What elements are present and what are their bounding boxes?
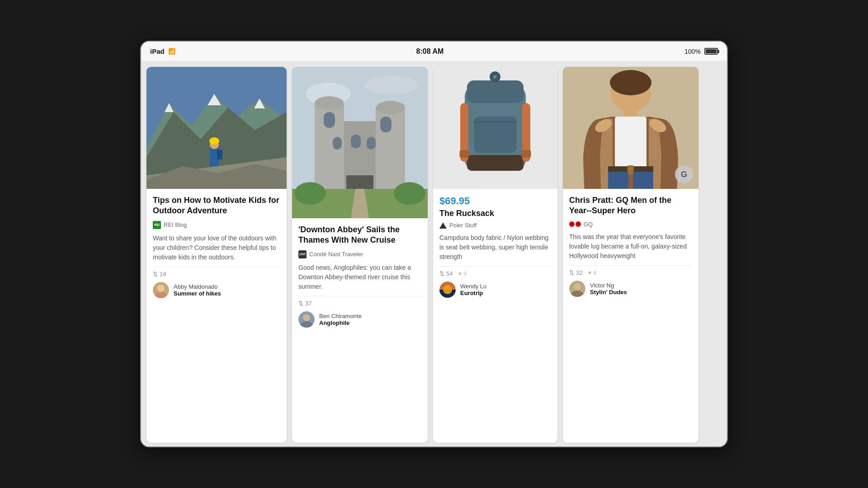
svg-rect-27 [367, 137, 376, 150]
separator-2 [298, 296, 421, 296]
card-body-4: Chris Pratt: GQ Men of the Year--Super H… [563, 189, 698, 303]
user-name-1: Abby Maldonado [174, 283, 221, 290]
svg-point-13 [157, 285, 165, 292]
card-3-source: Poler Stuff [439, 222, 551, 229]
card-image-castle [292, 67, 428, 218]
card-2-user[interactable]: Ben Chiramonte Anglophile [298, 311, 421, 328]
hearts-stat-3: ♥ 4 [458, 270, 467, 277]
battery-percent: 100% [684, 48, 701, 55]
svg-rect-56 [615, 117, 646, 171]
card-3-source-name: Poler Stuff [449, 222, 476, 229]
svg-rect-11 [217, 150, 222, 160]
rei-logo: REI [153, 221, 161, 229]
svg-rect-25 [333, 137, 342, 150]
svg-point-10 [209, 137, 219, 145]
wifi-icon: 📶 [168, 48, 175, 55]
card-gq[interactable]: G Chris Pratt: GQ Men of the Year--Super… [563, 67, 698, 443]
svg-rect-23 [324, 112, 335, 128]
user-avatar-3 [439, 282, 456, 298]
card-3-excerpt: Campdura body fabric / Nylon webbing is … [439, 233, 551, 262]
card-3-user[interactable]: Wendy Lu Eurotrip [439, 282, 551, 298]
card-3-stats: ⇅ 54 ♥ 4 [439, 270, 551, 277]
user-info-4: Victor Ng Stylin' Dudes [590, 282, 627, 296]
reads-icon: ⇅ [153, 271, 158, 277]
card-image-hiking [146, 67, 287, 189]
reads-stat-2: ⇅ 37 [298, 300, 311, 307]
card-1-title: Tips on How to Motivate Kids for Outdoor… [153, 195, 280, 216]
user-name-4: Victor Ng [590, 282, 627, 289]
cnt-logo: CNT [298, 250, 307, 258]
user-name-2: Ben Chiramonte [319, 313, 362, 319]
card-body-1: Tips on How to Motivate Kids for Outdoor… [146, 189, 287, 305]
separator-4 [569, 265, 692, 266]
user-board-3: Eurotrip [460, 290, 486, 296]
card-2-stats: ⇅ 37 [298, 300, 421, 307]
user-info-2: Ben Chiramonte Anglophile [319, 313, 362, 326]
status-bar: iPad 📶 8:08 AM 100% [141, 42, 727, 61]
card-1-source-name: REI Blog [164, 221, 187, 228]
product-name: The Rucksack [439, 209, 551, 218]
separator-3 [439, 266, 551, 267]
product-price: $69.95 [439, 195, 551, 207]
card-2-source-name: Condé Nast Traveler [309, 251, 363, 258]
device-name: iPad [150, 47, 165, 55]
card-1-source: REI REI Blog [153, 221, 280, 229]
svg-rect-60 [633, 172, 653, 189]
separator [153, 267, 280, 267]
card-rucksack[interactable]: P $69.95 The Rucksack Poler Stuff Campdu… [433, 67, 557, 443]
reads-stat: ⇅ 14 [153, 271, 166, 277]
card-4-user[interactable]: Victor Ng Stylin' Dudes [569, 281, 692, 297]
card-image-fashion: G [563, 67, 698, 189]
gq-logo [569, 221, 581, 227]
svg-point-22 [376, 101, 405, 114]
battery-fill [706, 49, 717, 53]
reads-count-3: 54 [446, 270, 453, 277]
card-1-user[interactable]: Abby Maldonado Summer of hikes [153, 282, 280, 298]
card-body-2: 'Downton Abbey' Sails the Thames With Ne… [292, 218, 428, 334]
card-2-source: CNT Condé Nast Traveler [298, 250, 421, 258]
card-4-excerpt: This was the year that everyone's favori… [569, 232, 692, 261]
card-downton[interactable]: 'Downton Abbey' Sails the Thames With Ne… [292, 67, 428, 443]
svg-point-33 [394, 182, 425, 205]
reads-count-2: 37 [305, 300, 311, 307]
card-2-title: 'Downton Abbey' Sails the Thames With Ne… [298, 225, 421, 246]
cards-grid: Tips on How to Motivate Kids for Outdoor… [141, 61, 727, 447]
svg-point-35 [303, 314, 310, 321]
svg-rect-44 [460, 150, 469, 157]
user-info-1: Abby Maldonado Summer of hikes [174, 283, 221, 297]
battery-icon [704, 48, 718, 55]
card-rei-blog[interactable]: Tips on How to Motivate Kids for Outdoor… [146, 67, 287, 443]
status-right: 100% [684, 48, 718, 55]
svg-rect-59 [608, 172, 628, 189]
card-body-3: $69.95 The Rucksack Poler Stuff Campdura… [433, 189, 557, 304]
card-4-source-name: GQ [584, 221, 593, 228]
user-board-2: Anglophile [319, 319, 362, 326]
card-4-title: Chris Pratt: GQ Men of the Year--Super H… [569, 195, 692, 216]
card-image-rucksack: P [433, 67, 557, 189]
reads-icon-2: ⇅ [298, 300, 303, 307]
user-board-4: Stylin' Dudes [590, 289, 627, 296]
status-left: iPad 📶 [150, 47, 175, 55]
reads-count-4: 32 [576, 269, 582, 276]
content-area: Tips on How to Motivate Kids for Outdoor… [141, 61, 727, 447]
card-4-stats: ⇅ 32 ♥ 8 [569, 269, 692, 276]
reads-icon-4: ⇅ [569, 269, 574, 276]
poler-logo [439, 222, 447, 229]
user-avatar-4 [569, 281, 585, 297]
svg-text:P: P [494, 75, 497, 80]
card-1-stats: ⇅ 14 [153, 271, 280, 277]
svg-point-64 [574, 283, 581, 291]
reads-count: 14 [160, 271, 166, 277]
user-avatar-2 [298, 311, 315, 328]
svg-rect-58 [627, 165, 634, 174]
svg-point-54 [610, 70, 651, 95]
reads-stat-3: ⇅ 54 [439, 270, 453, 277]
svg-point-51 [443, 285, 452, 294]
card-1-excerpt: Want to share your love of the outdoors … [153, 234, 280, 262]
svg-rect-26 [351, 135, 361, 148]
svg-point-32 [294, 182, 326, 205]
hearts-count-4: 8 [593, 269, 596, 276]
card-4-source: GQ [569, 221, 692, 228]
user-name-3: Wendy Lu [460, 283, 486, 290]
user-info-3: Wendy Lu Eurotrip [460, 283, 486, 296]
